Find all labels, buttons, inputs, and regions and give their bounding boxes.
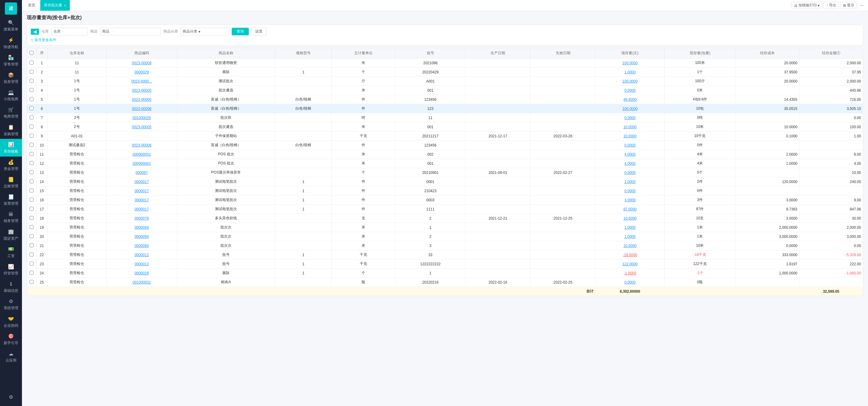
- row-qty-pkg: 1米: [664, 232, 735, 241]
- row-qty-main[interactable]: 10.0000: [595, 241, 664, 250]
- row-no: 11: [36, 150, 47, 159]
- row-checkbox[interactable]: [27, 232, 36, 241]
- row-checkbox[interactable]: [27, 250, 36, 260]
- row-qty-main[interactable]: 0.0000: [595, 113, 664, 123]
- row-checkbox[interactable]: [27, 196, 36, 205]
- row-checkbox[interactable]: [27, 123, 36, 132]
- top-nav-actions: 🖨 按模板打印 ▾ ↑ 导出 ⊞ 显示 —: [791, 2, 866, 9]
- row-qty-main[interactable]: 4.0000: [595, 159, 664, 168]
- row-checkbox[interactable]: [27, 104, 36, 113]
- row-checkbox[interactable]: [27, 159, 36, 168]
- row-checkbox[interactable]: [27, 241, 36, 250]
- row-unit: 件: [332, 187, 396, 196]
- sidebar-item-wholesale[interactable]: 📦 批发管理: [0, 69, 22, 87]
- sidebar-item-payroll[interactable]: 💵 工资: [0, 243, 22, 261]
- sidebar-item-cloud[interactable]: ☁ 云应用: [0, 348, 22, 366]
- print-button[interactable]: 🖨 按模板打印 ▾: [791, 2, 822, 9]
- row-amount: 2,000.00: [799, 59, 863, 68]
- row-checkbox[interactable]: [27, 205, 36, 214]
- row-checkbox[interactable]: [27, 59, 36, 68]
- table-row: 25 营营检仓 001000031 鲜肉A 瓶 20220216 2022-02…: [27, 278, 863, 287]
- row-checkbox[interactable]: [27, 269, 36, 278]
- filter-collapse-button[interactable]: ◀: [31, 29, 39, 35]
- data-table-container: 序 仓库名称 商品编码 商品名称 规格型号 主计量单位 批号 生产日期 失效日期…: [27, 48, 863, 296]
- sidebar-item-management[interactable]: 📈 经管管理: [0, 261, 22, 278]
- col-checkbox[interactable]: [27, 48, 36, 59]
- product-select[interactable]: 商品 ···: [100, 28, 161, 35]
- sidebar-item-retail[interactable]: 🏪 零售管理: [0, 52, 22, 69]
- row-checkbox[interactable]: [27, 187, 36, 196]
- data-table: 序 仓库名称 商品编码 商品名称 规格型号 主计量单位 批号 生产日期 失效日期…: [27, 48, 863, 296]
- warehouse-select[interactable]: 仓库 ···: [51, 28, 88, 35]
- row-checkbox[interactable]: [27, 214, 36, 223]
- sidebar-item-inventory[interactable]: 📊 库存核账: [0, 139, 22, 156]
- minimize-button[interactable]: —: [858, 2, 866, 9]
- row-qty-main[interactable]: 0.0000: [595, 278, 664, 287]
- row-qty-main[interactable]: 10.0000: [595, 123, 664, 132]
- row-qty-main[interactable]: 3.0000: [595, 196, 664, 205]
- row-checkbox[interactable]: [27, 150, 36, 159]
- row-checkbox[interactable]: [27, 278, 36, 287]
- row-qty-main[interactable]: -16.0000: [595, 250, 664, 260]
- row-code: 0000017: [106, 205, 177, 214]
- sidebar-item-invoice[interactable]: 🧾 发票管理: [0, 191, 22, 209]
- row-qty-main[interactable]: 1.0000: [595, 232, 664, 241]
- row-checkbox[interactable]: [27, 95, 36, 104]
- sidebar-item-tax[interactable]: 🏛 税务管理: [0, 209, 22, 226]
- export-button[interactable]: ↑ 导出: [824, 2, 839, 9]
- active-tab[interactable]: 库存批次量 ×: [40, 0, 70, 11]
- settings-button[interactable]: 设置: [251, 27, 267, 36]
- row-checkbox[interactable]: [27, 141, 36, 150]
- row-qty-main[interactable]: 122.0000: [595, 260, 664, 269]
- row-checkbox[interactable]: [27, 177, 36, 187]
- sidebar-item-finance[interactable]: 💰 资金管理: [0, 157, 22, 174]
- sidebar-item-guide[interactable]: 🎯 新手引导: [0, 331, 22, 348]
- row-exp-date: [530, 104, 596, 113]
- row-qty-main[interactable]: -1.0000: [595, 269, 664, 278]
- row-checkbox[interactable]: [27, 132, 36, 141]
- display-button[interactable]: ⊞ 显示: [840, 2, 857, 9]
- expand-conditions-button[interactable]: ▽ 展开更多条件: [31, 37, 56, 43]
- sidebar-item-mini-ecom[interactable]: 💻 小批电商: [0, 87, 22, 104]
- row-checkbox[interactable]: [27, 260, 36, 269]
- row-qty-main[interactable]: 1.0000: [595, 223, 664, 232]
- sidebar-item-system[interactable]: ⚙ 系统管理: [0, 296, 22, 313]
- row-qty-main[interactable]: 0.0000: [595, 141, 664, 150]
- sidebar-item-basicinfo[interactable]: ℹ 基础信息: [0, 278, 22, 296]
- sidebar-item-purchase[interactable]: 📋 采购管理: [0, 122, 22, 139]
- row-qty-pkg: -16千克: [664, 250, 735, 260]
- sidebar-item-search[interactable]: 🔍 搜索菜单: [0, 17, 22, 34]
- row-qty-main[interactable]: 100.0000: [595, 59, 664, 68]
- table-row: 16 营营检仓 0000017 测试电笔批次 1 件 0003 3.0000 3…: [27, 196, 863, 205]
- row-qty-main[interactable]: 49.6000: [595, 95, 664, 104]
- row-checkbox[interactable]: [27, 77, 36, 86]
- row-checkbox[interactable]: [27, 86, 36, 95]
- tab-close-button[interactable]: ×: [64, 4, 66, 7]
- row-qty-main[interactable]: 87.0000: [595, 205, 664, 214]
- row-checkbox[interactable]: [27, 113, 36, 123]
- sidebar-item-quicknav[interactable]: ⚡ 快捷导航: [0, 34, 22, 52]
- row-qty-main[interactable]: 100.0000: [595, 77, 664, 86]
- sidebar-item-ledger[interactable]: 📒 总账管理: [0, 174, 22, 191]
- select-all-checkbox[interactable]: [30, 51, 34, 55]
- search-button[interactable]: 查询: [232, 28, 249, 35]
- row-checkbox[interactable]: [27, 68, 36, 77]
- row-qty-main[interactable]: 10.0000: [595, 132, 664, 141]
- row-qty-main[interactable]: 10.0000: [595, 214, 664, 223]
- row-qty-main[interactable]: 1.0000: [595, 68, 664, 77]
- row-checkbox[interactable]: [27, 168, 36, 177]
- row-qty-main[interactable]: 100.0000: [595, 104, 664, 113]
- sidebar-item-ecom[interactable]: 🛒 电商管理: [0, 104, 22, 122]
- sidebar-item-collab[interactable]: 🤝 企业协同: [0, 313, 22, 331]
- row-qty-main[interactable]: 0.0000: [595, 187, 664, 196]
- row-checkbox[interactable]: [27, 223, 36, 232]
- home-tab[interactable]: 首页: [24, 2, 39, 9]
- row-qty-main[interactable]: 4.0000: [595, 150, 664, 159]
- category-select[interactable]: 商品分类 ▾: [181, 28, 229, 35]
- row-qty-main[interactable]: 0.0000: [595, 86, 664, 95]
- row-qty-main[interactable]: 0.0000: [595, 168, 664, 177]
- row-spec: [275, 123, 332, 132]
- row-qty-main[interactable]: 2.0000: [595, 177, 664, 187]
- sidebar-item-assets[interactable]: 🏢 固定资产: [0, 226, 22, 243]
- sidebar-item-settings[interactable]: ⚙: [0, 392, 22, 404]
